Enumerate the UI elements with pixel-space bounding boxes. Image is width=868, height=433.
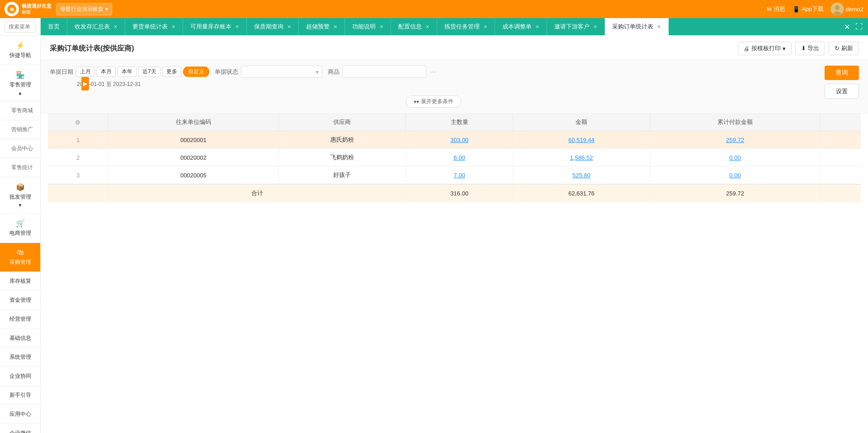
sidebar-item-caigouguanli[interactable]: 🛍 采购管理 bbox=[0, 243, 40, 272]
shortcut-shangmue[interactable]: 上月 bbox=[76, 67, 95, 77]
sidebar-item-quick-nav[interactable]: ⚡ 快捷导航 bbox=[0, 36, 40, 65]
tab-yaoqingxiayouke[interactable]: 邀请下游客户 ✕ bbox=[547, 18, 605, 35]
tab-gongnengshiming-close[interactable]: ✕ bbox=[379, 24, 383, 30]
table-area: ⚙ 往来单位编码 供应商 主数量 金额 累计付款金额 1 00020001 bbox=[41, 114, 868, 433]
user-profile[interactable]: demo2 bbox=[831, 3, 863, 15]
tab-keyongliangyucunzhangben[interactable]: 可用量库存账本 ✕ bbox=[183, 18, 247, 35]
filter-goods-item: 商品 ··· bbox=[328, 66, 438, 78]
date-shortcuts: 上月 本月 本年 近7天 更多 自定义 bbox=[76, 67, 209, 77]
row-supplier: 好孩子 bbox=[278, 167, 406, 185]
page-title: 采购订单统计表(按供应商) bbox=[50, 44, 134, 53]
sidebar-item-lingsoushangcheng[interactable]: 零售商城 bbox=[0, 101, 40, 120]
tab-peizhixinxi[interactable]: 配置信息 ✕ bbox=[391, 18, 437, 35]
shortcut-jin7tian[interactable]: 近7天 bbox=[138, 67, 160, 77]
messages-btn[interactable]: ✉ 消息 bbox=[767, 5, 785, 13]
shortcut-gengduo[interactable]: 更多 bbox=[162, 67, 181, 77]
tab-chengbentiaozhendan[interactable]: 成本调整单 ✕ bbox=[495, 18, 547, 35]
tab-caigoudingdantongjibiao[interactable]: 采购订单统计表 ✕ bbox=[605, 18, 669, 35]
sidebar-item-qiyeweixin[interactable]: 企业微信 bbox=[0, 424, 40, 433]
row-extra bbox=[820, 149, 861, 167]
filter-area: 单据日期 上月 本月 本年 近7天 更多 自定义 bbox=[41, 60, 868, 114]
sidebar-item-yingyongzhongxin[interactable]: 应用中心 bbox=[0, 405, 40, 424]
tab-yaoqingxiayouke-label: 邀请下游客户 bbox=[554, 23, 590, 31]
row-paid: 259.72 bbox=[650, 131, 821, 149]
quicknav-label: 快捷导航 bbox=[9, 52, 31, 59]
col-amount: 金额 bbox=[513, 114, 650, 131]
sidebar-item-lingsoujisuan[interactable]: 零售统计 bbox=[0, 158, 40, 177]
table-settings-icon[interactable]: ⚙ bbox=[75, 119, 80, 126]
sidebar-item-xinshoudayin[interactable]: 新手引导 bbox=[0, 386, 40, 405]
goods-dots-button[interactable]: ··· bbox=[429, 67, 438, 76]
sidebar: ⚡ 快捷导航 🏪 零售管理 ▲ 零售商城 营销推广 会员中心 零售统计 📦 批发… bbox=[0, 18, 41, 433]
filter-status-item: 单据状态 bbox=[215, 66, 322, 78]
tab-yaoqingxiayouke-close[interactable]: ✕ bbox=[593, 24, 597, 30]
tab-gongnengshiming[interactable]: 功能说明 ✕ bbox=[345, 18, 391, 35]
sidebar-item-jichuxxinxi[interactable]: 基础信息 bbox=[0, 329, 40, 348]
shortcut-benyue[interactable]: 本月 bbox=[97, 67, 116, 77]
goods-filter-label: 商品 bbox=[328, 68, 340, 76]
sidebar-item-yingxiaotuiguang[interactable]: 营销推广 bbox=[0, 120, 40, 139]
table-row[interactable]: 2 00020002 飞鹤奶粉 6.00 1,586.52 0.00 bbox=[48, 149, 861, 167]
tab-yaohuodantongjibiao-close[interactable]: ✕ bbox=[171, 24, 175, 30]
tab-home[interactable]: 首页 bbox=[41, 18, 67, 35]
sidebar-item-pifaguanli[interactable]: 📦 批发管理 ▼ bbox=[0, 177, 40, 214]
tab-yaohuodantongjibiao[interactable]: 要货单统计表 ✕ bbox=[125, 18, 183, 35]
row-paid: 0.00 bbox=[650, 149, 821, 167]
tab-shoufahuizonghebiao-close[interactable]: ✕ bbox=[113, 24, 118, 30]
top-bar: 畅 畅捷通好生意 标版 母婴行业演示账套 ▾ ✉ 消息 📱 App下载 demo… bbox=[0, 0, 868, 18]
expand-filter-button[interactable]: ▾▾ 展开更多条件 bbox=[406, 95, 461, 108]
shortcut-bennian[interactable]: 本年 bbox=[118, 67, 137, 77]
tab-gongnengshiming-label: 功能说明 bbox=[352, 23, 376, 31]
tab-chaocuyujing[interactable]: 超储预警 ✕ bbox=[299, 18, 345, 35]
print-label: 按模板打印 bbox=[751, 44, 781, 52]
tab-keyongliangyucunzhangben-close[interactable]: ✕ bbox=[235, 24, 239, 30]
app-download-btn[interactable]: 📱 App下载 bbox=[793, 5, 824, 13]
sidebar-item-xitongguanli[interactable]: 系统管理 bbox=[0, 348, 40, 367]
avatar bbox=[831, 3, 844, 15]
tab-chaocuyujing-close[interactable]: ✕ bbox=[333, 24, 337, 30]
tab-baohuorenwuguanli-close[interactable]: ✕ bbox=[483, 24, 487, 30]
search-input[interactable] bbox=[5, 21, 36, 33]
tab-actions: ✕ ⛶ bbox=[839, 22, 868, 32]
status-select[interactable] bbox=[241, 66, 322, 78]
sidebar-item-zijinguanli[interactable]: 资金管理 bbox=[0, 291, 40, 310]
org-selector[interactable]: 母婴行业演示账套 ▾ bbox=[56, 3, 112, 15]
shortcut-zidingyi[interactable]: 自定义 bbox=[183, 67, 209, 77]
sidebar-item-kucunhesuan[interactable]: 库存核算 bbox=[0, 272, 40, 291]
print-button[interactable]: 🖨 按模板打印 ▾ bbox=[738, 42, 792, 55]
table-row[interactable]: 1 00020001 惠氏奶粉 303.00 60,519.44 259.72 bbox=[48, 131, 861, 149]
sidebar-item-lingshouguanli[interactable]: 🏪 零售管理 ▲ bbox=[0, 65, 40, 101]
settings-button[interactable]: 设置 bbox=[825, 84, 859, 99]
toggle-sidebar-button[interactable]: ▶ bbox=[81, 77, 89, 90]
export-button[interactable]: ⬇ 导出 bbox=[795, 42, 826, 55]
tab-maximize-button[interactable]: ⛶ bbox=[854, 22, 864, 32]
content-wrapper: ▶ 首页 收发存汇总表 ✕ 要货单统计表 ✕ 可用量库存账本 ✕ 保质期查询 ✕ bbox=[41, 18, 868, 433]
row-code: 00020001 bbox=[108, 131, 278, 149]
tab-close-all-button[interactable]: ✕ bbox=[842, 22, 852, 32]
refresh-button[interactable]: ↻ 刷新 bbox=[829, 42, 859, 55]
tab-chengbentiaozhendan-label: 成本调整单 bbox=[502, 23, 532, 31]
logo-icon: 畅 bbox=[5, 2, 19, 16]
sidebar-item-jingyinguanli[interactable]: 经营管理 bbox=[0, 310, 40, 329]
tab-baozhouxianchaxun[interactable]: 保质期查询 ✕ bbox=[247, 18, 299, 35]
tab-caigoudingdantongjibiao-close[interactable]: ✕ bbox=[657, 24, 661, 30]
table-row[interactable]: 3 00020005 好孩子 7.00 525.80 0.00 bbox=[48, 167, 861, 185]
sidebar-item-huiyuanzhongxin[interactable]: 会员中心 bbox=[0, 139, 40, 158]
table-summary-row: 合计 316.00 62,631.76 259.72 bbox=[48, 184, 861, 202]
tab-shoufahuizonghebiao[interactable]: 收发存汇总表 ✕ bbox=[67, 18, 125, 35]
tab-baozhouxianchaxun-close[interactable]: ✕ bbox=[287, 24, 291, 30]
wholesale-icon: 📦 bbox=[16, 183, 25, 191]
tab-peizhixinxi-close[interactable]: ✕ bbox=[425, 24, 429, 30]
tab-baohuorenwuguanli[interactable]: 拣货任务管理 ✕ bbox=[437, 18, 495, 35]
col-extra bbox=[820, 114, 861, 131]
refresh-label: 刷新 bbox=[841, 45, 853, 52]
svg-point-3 bbox=[835, 5, 840, 10]
tab-chengbentiaozhendan-close[interactable]: ✕ bbox=[535, 24, 539, 30]
tab-keyongliangyucunzhangben-label: 可用量库存账本 bbox=[190, 23, 231, 31]
row-extra bbox=[820, 167, 861, 185]
sidebar-item-dianziguanli[interactable]: 🛒 电商管理 bbox=[0, 214, 40, 243]
summary-label: 合计 bbox=[108, 184, 406, 202]
goods-input[interactable] bbox=[342, 66, 426, 78]
sidebar-item-qiyexietong[interactable]: 企业协同 bbox=[0, 367, 40, 386]
query-button[interactable]: 查询 bbox=[825, 66, 859, 80]
